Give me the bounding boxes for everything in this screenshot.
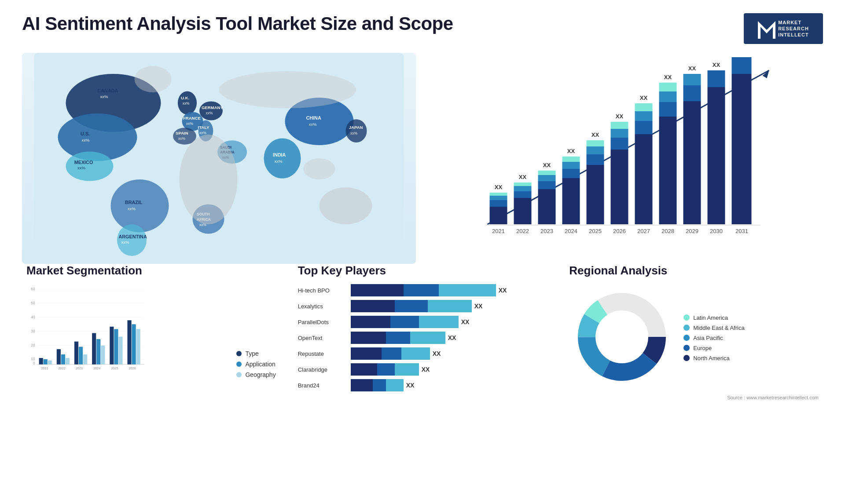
header: AI Sentiment Analysis Tool Market Size a… [22, 13, 823, 44]
reg-legend-asia: Asia Pacific [683, 335, 744, 341]
regional-section: Regional Analysis [565, 259, 823, 405]
svg-text:CANADA: CANADA [98, 88, 118, 93]
svg-rect-138 [66, 358, 70, 365]
svg-text:2027: 2027 [637, 228, 650, 234]
svg-rect-134 [48, 360, 52, 364]
page-title: AI Sentiment Analysis Tool Market Size a… [22, 13, 453, 34]
donut-container: Latin America Middle East & Africa Asia … [569, 284, 819, 391]
svg-text:XX: XX [567, 148, 575, 154]
svg-rect-69 [538, 171, 556, 175]
player-row: Clarabridge XX [298, 363, 547, 376]
svg-rect-149 [114, 329, 118, 364]
reg-legend-latin: Latin America [683, 314, 744, 321]
svg-point-8 [66, 151, 114, 181]
svg-rect-56 [490, 207, 507, 224]
svg-rect-57 [490, 200, 507, 207]
player-bar-container: XX [351, 300, 547, 312]
svg-text:2023: 2023 [540, 228, 553, 234]
svg-text:2023: 2023 [76, 366, 83, 370]
svg-text:2024: 2024 [93, 366, 100, 370]
svg-text:MEXICO: MEXICO [74, 160, 93, 165]
svg-text:2025: 2025 [111, 366, 118, 370]
player-name: Lexalytics [298, 303, 346, 310]
player-bar-container: XX [351, 332, 547, 344]
svg-text:2028: 2028 [661, 228, 674, 234]
player-name: Repustate [298, 351, 346, 357]
svg-rect-81 [611, 150, 628, 224]
svg-text:10: 10 [31, 357, 35, 361]
player-bar [351, 284, 496, 296]
svg-rect-82 [611, 138, 628, 150]
logo-text: MARKET RESEARCH INTELLECT [778, 19, 809, 38]
players-title: Top Key Players [298, 264, 547, 278]
bottom-grid: Market Segmentation 60 50 40 30 20 10 0 [22, 259, 823, 405]
svg-text:CHINA: CHINA [306, 115, 321, 121]
svg-text:xx%: xx% [206, 111, 213, 115]
svg-rect-58 [490, 196, 507, 200]
svg-point-162 [596, 311, 647, 362]
mea-dot [683, 325, 690, 331]
svg-rect-61 [514, 198, 532, 224]
player-name: Clarabridge [298, 366, 346, 373]
regional-legend: Latin America Middle East & Africa Asia … [683, 314, 744, 362]
svg-text:0: 0 [33, 362, 35, 365]
svg-rect-74 [562, 157, 580, 162]
reg-legend-europe: Europe [683, 345, 744, 351]
regional-title: Regional Analysis [569, 264, 819, 278]
svg-rect-68 [538, 175, 556, 181]
svg-text:40: 40 [31, 315, 35, 319]
svg-marker-0 [758, 21, 775, 39]
svg-rect-100 [708, 87, 725, 224]
player-bar [351, 332, 445, 344]
latin-dot [683, 314, 690, 321]
svg-rect-97 [683, 85, 701, 101]
svg-rect-104 [732, 57, 752, 74]
svg-rect-63 [514, 186, 532, 191]
app-dot [236, 362, 242, 367]
svg-rect-62 [514, 191, 532, 198]
svg-text:xx%: xx% [186, 121, 193, 126]
svg-point-53 [135, 66, 172, 92]
svg-text:2022: 2022 [516, 228, 529, 234]
player-bar [351, 347, 430, 360]
big-chart-section: XX XX XX XX [429, 53, 823, 264]
reg-legend-na: North America [683, 355, 744, 362]
svg-point-11 [111, 179, 169, 232]
growth-chart-svg: XX XX XX XX [438, 57, 814, 246]
segmentation-title: Market Segmentation [26, 264, 276, 278]
player-name: ParallelDots [298, 319, 346, 325]
player-bar-container: XX [351, 284, 547, 296]
svg-text:xx%: xx% [350, 131, 357, 135]
svg-text:xx%: xx% [77, 165, 86, 170]
legend-item-app: Application [236, 361, 276, 368]
source-line: Source : www.marketresearchintellect.com [569, 395, 819, 400]
svg-rect-133 [44, 359, 48, 365]
svg-text:2021: 2021 [492, 228, 505, 234]
player-name: Brand24 [298, 382, 346, 389]
seg-bar-area: 60 50 40 30 20 10 0 [26, 284, 219, 378]
svg-rect-59 [490, 193, 507, 196]
svg-text:XX: XX [543, 162, 551, 168]
svg-text:XX: XX [616, 113, 624, 120]
svg-text:2026: 2026 [129, 366, 136, 370]
svg-text:xx%: xx% [100, 94, 109, 99]
player-row: Hi-tech BPO XX [298, 284, 547, 296]
svg-rect-98 [683, 74, 701, 85]
svg-rect-84 [611, 122, 628, 129]
svg-rect-136 [57, 349, 61, 365]
player-bar-container: XX [351, 347, 547, 360]
svg-rect-141 [79, 347, 83, 364]
players-section: Top Key Players Hi-tech BPO XX Lexalytic… [294, 259, 552, 405]
svg-text:GERMANY: GERMANY [202, 105, 224, 110]
svg-text:2029: 2029 [686, 228, 698, 234]
svg-text:2021: 2021 [41, 366, 48, 370]
svg-rect-71 [562, 178, 580, 224]
svg-text:XX: XX [664, 74, 672, 80]
svg-text:BRAZIL: BRAZIL [125, 200, 143, 205]
svg-rect-86 [635, 134, 653, 224]
top-row: CANADA xx% U.S. xx% MEXICO xx% BRAZIL xx… [22, 53, 823, 255]
svg-rect-87 [635, 121, 653, 134]
svg-rect-91 [659, 117, 677, 224]
donut-wrapper [569, 284, 675, 391]
player-row: Lexalytics XX [298, 300, 547, 312]
